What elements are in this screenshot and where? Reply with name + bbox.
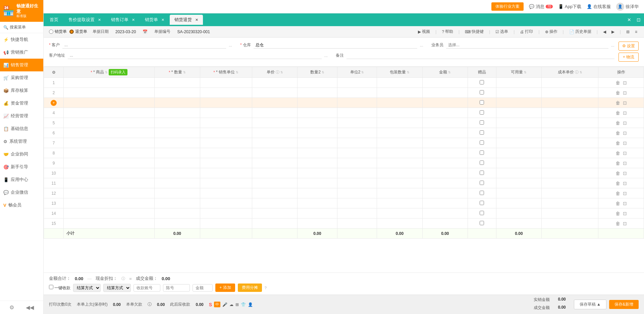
unit-sort-icon[interactable]: ⇅ — [236, 71, 238, 74]
sidebar-item-purchase[interactable]: 🛒 采购管理 — [0, 71, 43, 84]
gift-cell[interactable] — [468, 178, 496, 188]
price-cell[interactable] — [252, 138, 297, 148]
account-input[interactable] — [133, 284, 160, 292]
copy-row-icon[interactable]: ⊡ — [622, 89, 628, 96]
price-cell[interactable] — [252, 188, 297, 198]
product-cell[interactable] — [64, 108, 155, 118]
unit-cell[interactable] — [200, 198, 252, 208]
product-input[interactable] — [66, 100, 152, 105]
sidebar-item-operations[interactable]: 📈 经营管理 — [0, 110, 43, 122]
copy-row-icon[interactable]: ⊡ — [622, 110, 628, 116]
shortcut-btn[interactable]: ⌨ 快捷键 — [464, 28, 485, 35]
delete-row-icon[interactable]: 🗑 — [615, 120, 621, 126]
unit-cell[interactable] — [200, 218, 252, 229]
pack-qty-cell[interactable] — [377, 168, 422, 178]
sidebar-item-enterprise[interactable]: 🤝 企业协同 — [0, 148, 43, 161]
price-cell[interactable] — [252, 88, 297, 98]
calendar-icon[interactable]: 📅 — [143, 29, 148, 34]
gift-cell[interactable] — [468, 188, 496, 198]
quantity-cell[interactable] — [155, 118, 200, 128]
amount-cell[interactable] — [422, 208, 468, 218]
unit2-cell[interactable] — [337, 98, 377, 108]
product-cell[interactable] — [64, 158, 155, 168]
amount-cell[interactable] — [422, 148, 468, 158]
copy-row-icon[interactable]: ⊡ — [622, 120, 628, 126]
warehouse-input[interactable] — [254, 42, 417, 49]
unit2-cell[interactable] — [337, 148, 377, 158]
next-btn[interactable]: ▶ — [610, 29, 616, 35]
pack-qty-cell[interactable] — [377, 128, 422, 138]
discount-info-icon[interactable]: ⓘ — [121, 276, 125, 281]
unit2-cell[interactable] — [337, 178, 377, 188]
quantity-cell[interactable] — [155, 218, 200, 229]
amount-cell[interactable] — [422, 88, 468, 98]
sidebar-item-sales[interactable]: 📊 销售管理 — [0, 59, 43, 71]
unit-cell[interactable] — [200, 138, 252, 148]
quantity-cell[interactable] — [155, 158, 200, 168]
qty2-cell[interactable] — [298, 78, 337, 88]
date-value[interactable]: 2023-03-20 — [115, 29, 136, 34]
unit2-sort-icon[interactable]: ⇅ — [361, 71, 364, 74]
gift-checkbox[interactable] — [480, 191, 484, 195]
gift-cell[interactable] — [468, 108, 496, 118]
product-cell[interactable] — [64, 208, 155, 218]
copy-row-icon[interactable]: ⊡ — [622, 200, 628, 207]
experience-button[interactable]: 体验行业方案 — [491, 2, 524, 11]
pack-qty-cell[interactable] — [377, 198, 422, 208]
sidebar-item-apps[interactable]: 📱 应用中心 — [0, 173, 43, 186]
product-cell[interactable] — [64, 188, 155, 198]
gift-cell[interactable] — [468, 138, 496, 148]
qty2-cell[interactable] — [298, 88, 337, 98]
gift-cell[interactable] — [468, 168, 496, 178]
copy-row-icon[interactable]: ⊡ — [622, 210, 628, 217]
warehouse-dots[interactable]: ... — [420, 43, 423, 48]
tab-price-setting[interactable]: 售价提取设置 ✕ — [64, 15, 106, 25]
mic-icon[interactable]: 🎤 — [222, 302, 227, 307]
copy-row-icon[interactable]: ⊡ — [622, 100, 628, 106]
pack-qty-cell[interactable] — [377, 178, 422, 188]
pack-qty-cell[interactable] — [377, 188, 422, 198]
fee-help-icon[interactable]: ? — [265, 286, 267, 290]
price-cell[interactable] — [252, 98, 297, 108]
gift-checkbox[interactable] — [480, 120, 484, 125]
product-cell[interactable] — [64, 98, 155, 108]
grid-view-btn[interactable]: ⊞ — [625, 29, 631, 35]
product-cell[interactable] — [64, 218, 155, 229]
unit-cell[interactable] — [200, 78, 252, 88]
address-input[interactable] — [68, 52, 322, 59]
product-cell[interactable] — [64, 88, 155, 98]
qty2-cell[interactable] — [298, 138, 337, 148]
gift-checkbox[interactable] — [480, 171, 484, 175]
qty2-cell[interactable] — [298, 178, 337, 188]
price-cell[interactable] — [252, 218, 297, 229]
gift-cell[interactable] — [468, 148, 496, 158]
amount-cell[interactable] — [422, 198, 468, 208]
amount-cell[interactable] — [422, 178, 468, 188]
unit-cell[interactable] — [200, 98, 252, 108]
qty2-cell[interactable] — [298, 108, 337, 118]
logistics-btn[interactable]: + 物流 — [619, 53, 639, 62]
amount-cell[interactable] — [422, 168, 468, 178]
pack-qty-cell[interactable] — [377, 98, 422, 108]
amount-cell[interactable] — [422, 108, 468, 118]
unit-cell[interactable] — [200, 88, 252, 98]
amount-cell[interactable] — [422, 98, 468, 108]
radio-sale-doc[interactable]: 销货单 — [49, 29, 67, 35]
copy-row-icon[interactable]: ⊡ — [622, 79, 628, 86]
select-btn[interactable]: ☑ 选单 — [494, 28, 509, 35]
account-calc-select[interactable]: 结算方式 — [103, 284, 131, 292]
pack-qty-cell[interactable] — [377, 108, 422, 118]
radio-sale-input[interactable] — [49, 29, 53, 34]
help-btn[interactable]: ? 帮助 — [440, 28, 454, 35]
gift-checkbox[interactable] — [480, 150, 484, 155]
sidebar-item-guide[interactable]: 🎯 新手引导 — [0, 161, 43, 173]
gift-cell[interactable] — [468, 218, 496, 229]
price-cell[interactable] — [252, 148, 297, 158]
unit2-cell[interactable] — [337, 118, 377, 128]
price-cell[interactable] — [252, 208, 297, 218]
tab-sales-delivery-close[interactable]: ✕ — [161, 18, 164, 22]
gift-checkbox[interactable] — [480, 140, 484, 145]
quantity-cell[interactable] — [155, 78, 200, 88]
unit-cell[interactable] — [200, 128, 252, 138]
staff-dots[interactable]: ... — [611, 43, 614, 48]
